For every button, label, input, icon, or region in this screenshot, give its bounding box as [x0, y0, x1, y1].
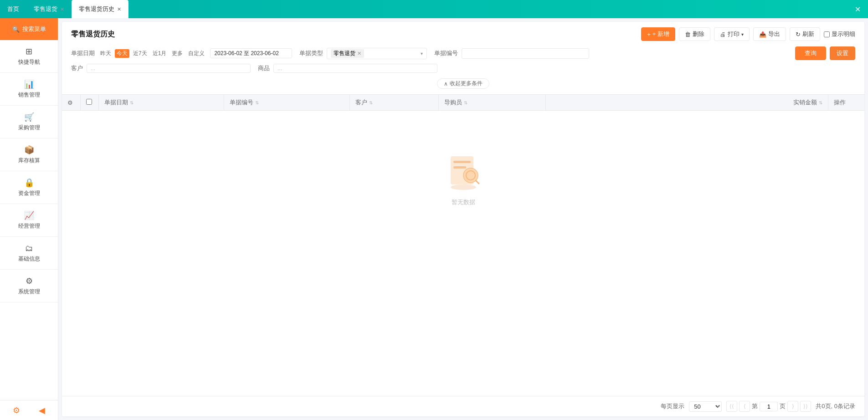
purchase-icon: 🛒	[24, 112, 34, 122]
customer-input[interactable]: ...	[87, 64, 251, 73]
tab-return-close[interactable]: ✕	[60, 6, 64, 12]
filter-group-date: 单据日期 昨天 今天 近7天 近1月 更多 自定义	[71, 48, 292, 58]
voucher-type-input[interactable]: 零售退货 ✕ ▾	[327, 48, 427, 59]
page-size-wrapper: 10 20 50 100 ▾	[689, 401, 722, 412]
th-action: 操作	[828, 95, 864, 111]
shortcut-yesterday[interactable]: 昨天	[98, 49, 113, 58]
content-inner: 零售退货历史 + + 新增 🗑 删除 🖨 打印	[62, 22, 864, 416]
voucher-number-input[interactable]	[462, 48, 589, 59]
filter-group-voucher-number: 单据编号	[434, 48, 589, 59]
tab-home[interactable]: 首页	[0, 0, 26, 18]
shortcut-more[interactable]: 更多	[170, 49, 185, 58]
sidebar-item-inventory-label: 库存核算	[18, 157, 40, 164]
display-toggle[interactable]: 显示明细	[824, 30, 855, 38]
window-controls: ✕	[847, 5, 868, 14]
export-icon: 📤	[759, 31, 766, 38]
filter-area: 单据日期 昨天 今天 近7天 近1月 更多 自定义	[71, 46, 855, 94]
sidebar-item-finance[interactable]: 🔒 资金管理	[0, 171, 58, 204]
delete-button[interactable]: 🗑 删除	[679, 27, 710, 41]
display-toggle-label: 显示明细	[832, 30, 855, 38]
refresh-button[interactable]: ↻ 刷新	[790, 27, 820, 41]
page-jian-label: 第	[752, 402, 758, 410]
svg-line-6	[476, 180, 479, 184]
th-guide[interactable]: 导购员 ⇅	[438, 95, 545, 111]
page-size-select[interactable]: 10 20 50 100	[689, 401, 722, 412]
voucher-type-label: 单据类型	[299, 49, 323, 57]
goods-input[interactable]: ...	[273, 64, 437, 73]
shortcut-1month[interactable]: 近1月	[151, 49, 169, 58]
sidebar-item-quick-nav-label: 快捷导航	[18, 58, 40, 66]
select-all-checkbox[interactable]	[86, 99, 92, 105]
tab-return-history-close[interactable]: ✕	[117, 6, 121, 12]
goods-placeholder: ...	[277, 65, 282, 72]
th-number[interactable]: 单据编号 ⇅	[224, 95, 350, 111]
sidebar-item-operations-label: 经营管理	[18, 222, 40, 230]
inventory-icon: 📦	[24, 145, 34, 155]
first-page-button[interactable]: ⟨⟨	[726, 401, 737, 412]
sidebar-item-purchase[interactable]: 🛒 采购管理	[0, 106, 58, 138]
filter-row-1: 单据日期 昨天 今天 近7天 近1月 更多 自定义	[71, 46, 855, 60]
th-checkbox[interactable]	[80, 95, 98, 111]
voucher-type-tag-close[interactable]: ✕	[357, 51, 361, 56]
query-button[interactable]: 查询	[795, 46, 826, 60]
data-table: ⚙ 单据日期 ⇅	[62, 95, 864, 111]
shortcut-today[interactable]: 今天	[115, 49, 129, 58]
shortcut-custom[interactable]: 自定义	[186, 49, 206, 58]
th-action-label: 操作	[834, 99, 846, 106]
sidebar-item-basic-info[interactable]: 🗂 基础信息	[0, 237, 58, 270]
date-range-input[interactable]	[210, 48, 292, 58]
th-settings[interactable]: ⚙	[62, 95, 80, 111]
date-shortcuts: 昨天 今天 近7天 近1月 更多 自定义	[98, 49, 206, 58]
collapse-button[interactable]: ∧ 收起更多条件	[437, 78, 489, 89]
date-filter-label: 单据日期	[71, 49, 95, 57]
empty-text: 暂无数据	[452, 198, 475, 206]
th-customer[interactable]: 客户 ⇅	[349, 95, 438, 111]
shortcut-7days[interactable]: 近7天	[131, 49, 149, 58]
print-button[interactable]: 🖨 打印 ▾	[714, 27, 750, 41]
th-date-sort-icon: ⇅	[130, 100, 134, 105]
settings-icon[interactable]: ⚙	[13, 405, 20, 415]
last-page-button[interactable]: ⟩⟩	[800, 401, 811, 412]
next-page-button[interactable]: ⟩	[787, 401, 798, 412]
sidebar-item-sales[interactable]: 📊 销售管理	[0, 73, 58, 106]
tab-return-history[interactable]: 零售退货历史 ✕	[72, 0, 128, 18]
collapse-icon[interactable]: ◀	[39, 405, 45, 415]
sidebar-item-basic-info-label: 基础信息	[18, 255, 40, 263]
prev-page-button[interactable]: ⟨	[739, 401, 750, 412]
th-date-label: 单据日期	[104, 98, 128, 107]
page-number-input[interactable]	[760, 402, 778, 411]
filter-row-2: 客户 ... 商品 ...	[71, 64, 855, 73]
print-icon: 🖨	[720, 31, 726, 38]
basic-info-icon: 🗂	[24, 243, 34, 253]
sidebar-item-operations[interactable]: 📈 经营管理	[0, 204, 58, 237]
tab-return[interactable]: 零售退货 ✕	[26, 0, 72, 18]
toolbar: + + 新增 🗑 删除 🖨 打印 ▾ 📤	[641, 27, 855, 41]
content-area: 零售退货历史 + + 新增 🗑 删除 🖨 打印	[58, 18, 868, 420]
export-button[interactable]: 📤 导出	[753, 27, 786, 41]
customer-placeholder: ...	[91, 65, 95, 72]
filter-group-customer: 客户 ...	[71, 64, 251, 73]
new-button[interactable]: + + 新增	[641, 27, 675, 41]
display-toggle-checkbox[interactable]	[824, 31, 830, 37]
sidebar-search[interactable]: 🔍 搜索菜单	[0, 18, 58, 40]
sidebar-item-inventory[interactable]: 📦 库存核算	[0, 138, 58, 171]
th-guide-sort-icon: ⇅	[464, 100, 467, 105]
tab-home-label: 首页	[7, 5, 19, 13]
collapse-bar: ∧ 收起更多条件	[71, 77, 855, 91]
sidebar-item-finance-label: 资金管理	[18, 190, 40, 197]
delete-icon: 🗑	[685, 31, 691, 38]
main-layout: 🔍 搜索菜单 ⊞ 快捷导航 📊 销售管理 🛒 采购管理 📦 库存核算 🔒	[0, 18, 868, 420]
th-date[interactable]: 单据日期 ⇅	[98, 95, 224, 111]
sidebar-item-quick-nav[interactable]: ⊞ 快捷导航	[0, 40, 58, 73]
settings-filter-button[interactable]: 设置	[830, 46, 855, 60]
empty-state: 暂无数据	[62, 111, 864, 243]
tab-list: 首页 零售退货 ✕ 零售退货历史 ✕	[0, 0, 847, 18]
top-bar: 首页 零售退货 ✕ 零售退货历史 ✕ ✕	[0, 0, 868, 18]
th-amount[interactable]: 实销金额 ⇅	[546, 95, 828, 111]
window-close-icon[interactable]: ✕	[855, 5, 861, 14]
new-label: + 新增	[652, 30, 669, 38]
collapse-label: 收起更多条件	[450, 80, 483, 87]
sidebar-item-system[interactable]: ⚙ 系统管理	[0, 270, 58, 302]
th-amount-label: 实销金额	[793, 98, 817, 107]
page-label: 页	[780, 402, 786, 410]
